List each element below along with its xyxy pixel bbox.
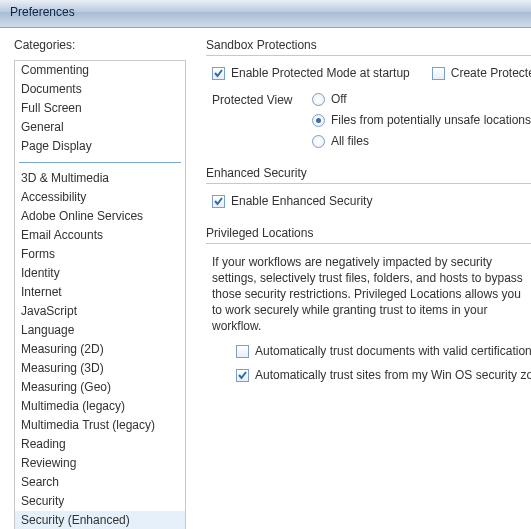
enable-protected-mode-checkbox[interactable] (212, 67, 225, 80)
radio-unsafe[interactable] (312, 114, 325, 127)
enhanced-group: Enhanced Security Enable Enhanced Securi… (206, 166, 531, 208)
enable-enhanced-checkbox[interactable] (212, 195, 225, 208)
auto-trust-cert-row: Automatically trust documents with valid… (236, 344, 531, 358)
category-item-adobe-online-services[interactable]: Adobe Online Services (15, 207, 185, 226)
category-item-page-display[interactable]: Page Display (15, 137, 185, 156)
category-item-security-enhanced-[interactable]: Security (Enhanced) (15, 511, 185, 529)
categories-list[interactable]: CommentingDocumentsFull ScreenGeneralPag… (14, 60, 186, 529)
protected-view-all[interactable]: All files (312, 134, 531, 148)
category-item-identity[interactable]: Identity (15, 264, 185, 283)
protected-view-options: Off Files from potentially unsafe locati… (312, 92, 531, 148)
radio-all-label: All files (331, 134, 369, 148)
enable-enhanced-label: Enable Enhanced Security (231, 194, 372, 208)
category-item-reading[interactable]: Reading (15, 435, 185, 454)
category-item-javascript[interactable]: JavaScript (15, 302, 185, 321)
protected-view-unsafe[interactable]: Files from potentially unsafe locations (312, 113, 531, 127)
window-titlebar: Preferences (0, 0, 531, 28)
auto-trust-zones-checkbox[interactable] (236, 369, 249, 382)
category-item-full-screen[interactable]: Full Screen (15, 99, 185, 118)
enable-protected-mode-label: Enable Protected Mode at startup (231, 66, 410, 80)
radio-off[interactable] (312, 93, 325, 106)
category-item-multimedia-legacy-[interactable]: Multimedia (legacy) (15, 397, 185, 416)
protected-view-off[interactable]: Off (312, 92, 531, 106)
create-protected-label: Create Protected (451, 66, 531, 80)
radio-all[interactable] (312, 135, 325, 148)
category-item-measuring-2d-[interactable]: Measuring (2D) (15, 340, 185, 359)
category-item-documents[interactable]: Documents (15, 80, 185, 99)
category-item-email-accounts[interactable]: Email Accounts (15, 226, 185, 245)
sandbox-group: Sandbox Protections Enable Protected Mod… (206, 38, 531, 148)
category-item-measuring-geo-[interactable]: Measuring (Geo) (15, 378, 185, 397)
category-divider (19, 162, 181, 163)
category-item-reviewing[interactable]: Reviewing (15, 454, 185, 473)
window-title: Preferences (10, 5, 75, 19)
auto-trust-zones-row: Automatically trust sites from my Win OS… (236, 368, 531, 382)
category-item-internet[interactable]: Internet (15, 283, 185, 302)
main-panel: Sandbox Protections Enable Protected Mod… (196, 28, 531, 529)
protected-view-label: Protected View (212, 92, 312, 107)
sandbox-top-row: Enable Protected Mode at startup Create … (212, 66, 531, 80)
enhanced-title: Enhanced Security (206, 166, 531, 184)
categories-header: Categories: (14, 38, 186, 52)
category-item-language[interactable]: Language (15, 321, 185, 340)
category-item-accessibility[interactable]: Accessibility (15, 188, 185, 207)
create-protected-checkbox[interactable] (432, 67, 445, 80)
privileged-desc: If your workflows are negatively impacte… (212, 254, 531, 334)
auto-trust-cert-label: Automatically trust documents with valid… (255, 344, 531, 358)
radio-unsafe-label: Files from potentially unsafe locations (331, 113, 531, 127)
privileged-title: Privileged Locations (206, 226, 531, 244)
enhanced-row: Enable Enhanced Security (212, 194, 531, 208)
auto-trust-cert-checkbox[interactable] (236, 345, 249, 358)
category-item-general[interactable]: General (15, 118, 185, 137)
protected-view-row: Protected View Off Files from potentiall… (212, 92, 531, 148)
category-item-security[interactable]: Security (15, 492, 185, 511)
category-item-commenting[interactable]: Commenting (15, 61, 185, 80)
category-item-multimedia-trust-legacy-[interactable]: Multimedia Trust (legacy) (15, 416, 185, 435)
sandbox-title: Sandbox Protections (206, 38, 531, 56)
category-item-3d-multimedia[interactable]: 3D & Multimedia (15, 169, 185, 188)
radio-off-label: Off (331, 92, 347, 106)
privileged-group: Privileged Locations If your workflows a… (206, 226, 531, 382)
auto-trust-zones-label: Automatically trust sites from my Win OS… (255, 368, 531, 382)
category-item-forms[interactable]: Forms (15, 245, 185, 264)
category-item-measuring-3d-[interactable]: Measuring (3D) (15, 359, 185, 378)
content: Categories: CommentingDocumentsFull Scre… (0, 28, 531, 529)
sidebar: Categories: CommentingDocumentsFull Scre… (0, 28, 196, 529)
category-item-search[interactable]: Search (15, 473, 185, 492)
